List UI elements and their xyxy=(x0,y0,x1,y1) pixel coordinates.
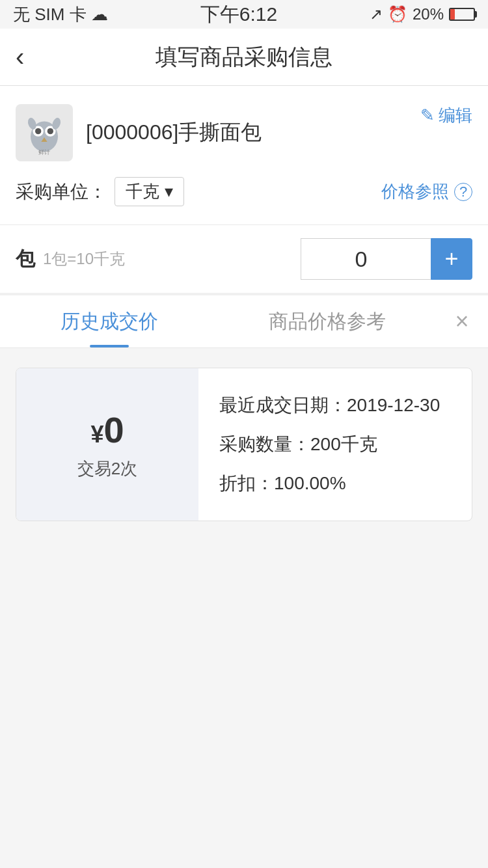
product-left: 鲜计 [0000006]手撕面包 xyxy=(16,104,262,161)
price-symbol: ¥ xyxy=(90,421,103,448)
date-label: 最近成交日期： xyxy=(219,395,347,415)
price-ref-label: 价格参照 xyxy=(381,180,449,203)
battery-percent: 20% xyxy=(413,5,444,23)
content-area: ¥0 交易2次 最近成交日期：2019-12-30 采购数量：200千克 折扣：… xyxy=(0,348,488,541)
unit-label: 采购单位： xyxy=(16,180,107,204)
tab-price-ref-label: 商品价格参考 xyxy=(269,308,386,335)
svg-text:鲜计: 鲜计 xyxy=(38,149,50,156)
help-icon: ? xyxy=(454,183,472,201)
back-button[interactable]: ‹ xyxy=(16,42,24,72)
tab-price-ref[interactable]: 商品价格参考 xyxy=(218,295,436,347)
qty-input-wrap: + xyxy=(301,238,472,280)
product-name: [0000006]手撕面包 xyxy=(86,118,262,147)
discount-label: 折扣： xyxy=(219,473,274,493)
history-date-row: 最近成交日期：2019-12-30 xyxy=(219,392,451,419)
quantity-row: 包 1包=10千克 + xyxy=(0,224,488,293)
tabs-bar: 历史成交价 商品价格参考 × xyxy=(0,293,488,348)
edit-icon: ✎ xyxy=(420,105,435,126)
status-right: ↗ ⏰ 20% xyxy=(370,5,475,23)
tab-history-label: 历史成交价 xyxy=(61,308,158,335)
dropdown-icon: ▾ xyxy=(165,182,173,202)
discount-value: 100.00% xyxy=(274,473,346,493)
unit-value: 千克 xyxy=(126,180,159,203)
product-top: 鲜计 [0000006]手撕面包 ✎ 编辑 xyxy=(16,104,472,161)
date-value: 2019-12-30 xyxy=(347,395,440,415)
location-icon: ↗ xyxy=(370,5,383,23)
edit-button[interactable]: ✎ 编辑 xyxy=(420,104,472,127)
qty-input[interactable] xyxy=(301,238,431,280)
product-bottom: 采购单位： 千克 ▾ 价格参照 ? xyxy=(16,177,472,206)
nav-bar: ‹ 填写商品采购信息 xyxy=(0,29,488,86)
status-bar: 无 SIM 卡 ☁ 下午6:12 ↗ ⏰ 20% xyxy=(0,0,488,29)
history-left: ¥0 交易2次 xyxy=(16,368,198,521)
price-value: 0 xyxy=(103,409,124,450)
history-trade-count: 交易2次 xyxy=(77,457,137,480)
price-ref-button[interactable]: 价格参照 ? xyxy=(381,180,472,203)
history-discount-row: 折扣：100.00% xyxy=(219,470,451,497)
unit-selector[interactable]: 千克 ▾ xyxy=(115,177,184,206)
history-price: ¥0 xyxy=(90,409,124,451)
owl-icon: 鲜计 xyxy=(21,110,67,156)
qty-unit-conversion: 1包=10千克 xyxy=(43,249,125,269)
tab-history[interactable]: 历史成交价 xyxy=(0,295,218,347)
battery-icon xyxy=(449,8,475,21)
qty-unit-main: 包 xyxy=(16,246,35,273)
alarm-icon: ⏰ xyxy=(388,5,407,23)
svg-point-3 xyxy=(35,128,41,134)
svg-point-4 xyxy=(47,128,53,134)
tab-close-button[interactable]: × xyxy=(436,295,488,347)
history-qty-row: 采购数量：200千克 xyxy=(219,431,451,458)
qty-detail-value: 200千克 xyxy=(310,434,377,454)
battery-fill xyxy=(450,9,455,20)
qty-label: 包 1包=10千克 xyxy=(16,246,125,273)
unit-row: 采购单位： 千克 ▾ xyxy=(16,177,184,206)
status-time: 下午6:12 xyxy=(200,1,277,28)
sim-status: 无 SIM 卡 ☁ xyxy=(13,3,108,26)
history-right: 最近成交日期：2019-12-30 采购数量：200千克 折扣：100.00% xyxy=(198,368,472,521)
history-card: ¥0 交易2次 最近成交日期：2019-12-30 采购数量：200千克 折扣：… xyxy=(16,368,472,521)
product-card: 鲜计 [0000006]手撕面包 ✎ 编辑 采购单位： 千克 ▾ 价格参照 ? xyxy=(0,86,488,224)
product-thumbnail: 鲜计 xyxy=(16,104,73,161)
status-left: 无 SIM 卡 ☁ xyxy=(13,3,108,26)
qty-detail-label: 采购数量： xyxy=(219,434,310,454)
page-title: 填写商品采购信息 xyxy=(156,42,332,72)
edit-label: 编辑 xyxy=(439,104,472,127)
qty-plus-button[interactable]: + xyxy=(431,238,472,280)
